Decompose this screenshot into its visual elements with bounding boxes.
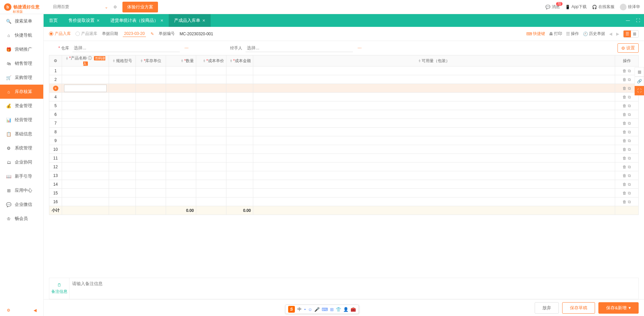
tab-售价提取设置[interactable]: 售价提取设置✕ — [63, 14, 105, 27]
table-row[interactable]: 4 🗑⧉ — [49, 93, 639, 101]
tab-产成品入库单[interactable]: 产成品入库单✕ — [169, 14, 211, 27]
date-value[interactable]: 2023-03-20 — [123, 31, 146, 37]
settings-icon[interactable]: ⚙ — [7, 308, 10, 313]
sidebar-item-销售管理[interactable]: 🛍销售管理 — [0, 56, 43, 71]
radio-product-in[interactable]: 产品入库 — [49, 31, 71, 37]
sidebar-item-应用中心[interactable]: ⊞应用中心 — [0, 183, 43, 197]
copy-icon[interactable]: ⧉ — [628, 86, 631, 91]
table-row[interactable]: 8 🗑⧉ — [49, 128, 639, 136]
copy-icon[interactable]: ⧉ — [628, 103, 631, 108]
delete-icon[interactable]: 🗑 — [623, 191, 627, 195]
close-icon[interactable]: ✕ — [160, 18, 163, 23]
view-list-icon[interactable]: ☰ — [624, 31, 631, 37]
col-gear[interactable]: ⚙ — [49, 55, 62, 66]
sidebar-item-企业微信[interactable]: 💬企业微信 — [0, 197, 43, 212]
ime-mic-icon[interactable]: 🎤 — [314, 307, 320, 312]
table-row[interactable]: + 🗑⧉ — [49, 84, 639, 93]
remark-input[interactable] — [69, 278, 638, 299]
close-icon[interactable]: ✕ — [97, 18, 100, 23]
delete-icon[interactable]: 🗑 — [623, 182, 627, 187]
category-select[interactable]: 日用百货 ⌄ — [50, 2, 111, 12]
side-tool-expand-icon[interactable]: ⛶ — [635, 86, 644, 95]
delete-icon[interactable]: 🗑 — [623, 173, 627, 178]
sidebar-item-搜索菜单[interactable]: 🔍搜索菜单 — [0, 14, 43, 28]
delete-icon[interactable]: 🗑 — [623, 156, 627, 161]
col-spec[interactable]: ▲▼规格型号 — [109, 55, 136, 66]
warehouse-more-icon[interactable]: ⋯ — [184, 46, 189, 50]
sidebar-item-快捷导航[interactable]: ⌂快捷导航 — [0, 28, 43, 42]
table-row[interactable]: 9 🗑⧉ — [49, 136, 639, 145]
tab-进货单统计表（按商品）[interactable]: 进货单统计表（按商品）✕ — [105, 14, 169, 27]
table-row[interactable]: 15 🗑⧉ — [49, 189, 639, 197]
delete-icon[interactable]: 🗑 — [623, 69, 627, 73]
ime-user-icon[interactable]: 👤 — [343, 307, 348, 312]
sidebar-item-库存核算[interactable]: ⌂库存核算 — [0, 85, 43, 99]
close-icon[interactable]: ✕ — [202, 18, 205, 23]
side-tool-1[interactable]: ▦ — [635, 67, 644, 77]
delete-icon[interactable]: 🗑 — [623, 86, 627, 91]
table-row[interactable]: 6 🗑⧉ — [49, 110, 639, 119]
col-name[interactable]: ▲▼*产品名称 ⓘ 扫码录入 — [62, 55, 109, 66]
col-avail[interactable]: ▲▼可用量（包装） — [253, 55, 615, 66]
copy-icon[interactable]: ⧉ — [628, 173, 631, 178]
ime-emoji-icon[interactable]: ☺ — [308, 307, 312, 312]
save-draft-button[interactable]: 保存草稿 — [562, 302, 595, 314]
delete-icon[interactable]: 🗑 — [623, 199, 627, 204]
collapse-icon[interactable]: ◀ — [34, 308, 37, 313]
sidebar-item-基础信息[interactable]: 📋基础信息 — [0, 127, 43, 141]
product-name-input[interactable] — [64, 85, 107, 92]
copy-icon[interactable]: ⧉ — [628, 156, 631, 161]
table-row[interactable]: 11 🗑⧉ — [49, 154, 639, 163]
copy-icon[interactable]: ⧉ — [628, 95, 631, 99]
add-row-icon[interactable]: + — [53, 86, 58, 91]
radio-product-out[interactable]: 产品退库 — [75, 31, 97, 37]
table-row[interactable]: 1 🗑⧉ — [49, 66, 639, 75]
ime-toolbox-icon[interactable]: 🧰 — [351, 307, 356, 312]
operate-link[interactable]: ☷ 操作 — [566, 31, 579, 37]
table-row[interactable]: 12 🗑⧉ — [49, 163, 639, 171]
delete-icon[interactable]: 🗑 — [623, 138, 627, 143]
sidebar-item-畅会员[interactable]: ♔畅会员 — [0, 212, 43, 226]
sidebar-item-资金管理[interactable]: 💰资金管理 — [0, 99, 43, 113]
tab-expand-button[interactable]: ⛶ — [633, 16, 643, 25]
table-row[interactable]: 16 🗑⧉ — [49, 197, 639, 206]
table-row[interactable]: 10 🗑⧉ — [49, 145, 639, 154]
copy-icon[interactable]: ⧉ — [628, 165, 631, 169]
sidebar-item-新手引导[interactable]: 📖新手引导 — [0, 169, 43, 183]
copy-icon[interactable]: ⧉ — [628, 182, 631, 187]
copy-icon[interactable]: ⧉ — [628, 130, 631, 134]
trial-button[interactable]: 体验行业方案 — [122, 2, 158, 12]
table-row[interactable]: 2 🗑⧉ — [49, 75, 639, 84]
view-grid-icon[interactable]: ⊞ — [631, 31, 638, 37]
side-tool-link-icon[interactable]: 🔗 — [635, 77, 644, 86]
ime-skin-icon[interactable]: 👕 — [336, 307, 341, 312]
copy-icon[interactable]: ⧉ — [628, 191, 631, 195]
next-icon[interactable]: ▶ — [616, 32, 619, 36]
save-new-button[interactable]: 保存&新增 ▾ — [598, 302, 639, 314]
table-row[interactable]: 14 🗑⧉ — [49, 180, 639, 189]
ime-lang[interactable]: 中 — [298, 307, 302, 312]
sidebar-item-经营管理[interactable]: 📊经营管理 — [0, 113, 43, 127]
tab-首页[interactable]: 首页 — [44, 14, 63, 27]
ime-icon[interactable]: ⊞ — [330, 307, 334, 312]
messages-link[interactable]: 💬 消息 70 — [545, 4, 560, 10]
print-link[interactable]: 🖶 打印 — [549, 31, 562, 37]
delete-icon[interactable]: 🗑 — [623, 147, 627, 152]
col-amt[interactable]: ▲▼*成本金额 — [226, 55, 253, 66]
tab-minimize-button[interactable]: — — [623, 16, 633, 25]
copy-icon[interactable]: ⧉ — [628, 147, 631, 152]
app-download-link[interactable]: 📱 App下载 — [565, 4, 587, 10]
delete-icon[interactable]: 🗑 — [623, 112, 627, 117]
copy-icon[interactable]: ⧉ — [628, 138, 631, 143]
ime-keyboard-icon[interactable]: ⌨ — [322, 307, 328, 312]
handler-more-icon[interactable]: ⋯ — [358, 46, 362, 50]
table-row[interactable]: 13 🗑⧉ — [49, 171, 639, 180]
copy-icon[interactable]: ⧉ — [628, 69, 631, 73]
sidebar-item-采购管理[interactable]: 🛒采购管理 — [0, 71, 43, 85]
sidebar-item-营销推广[interactable]: 🎁营销推广 — [0, 42, 43, 56]
handler-input[interactable] — [246, 44, 353, 52]
copy-icon[interactable]: ⧉ — [628, 77, 631, 82]
settings-button[interactable]: ⚙ 设置 — [618, 43, 639, 53]
delete-icon[interactable]: 🗑 — [623, 77, 627, 82]
edit-date-icon[interactable]: ✎ — [151, 32, 154, 36]
